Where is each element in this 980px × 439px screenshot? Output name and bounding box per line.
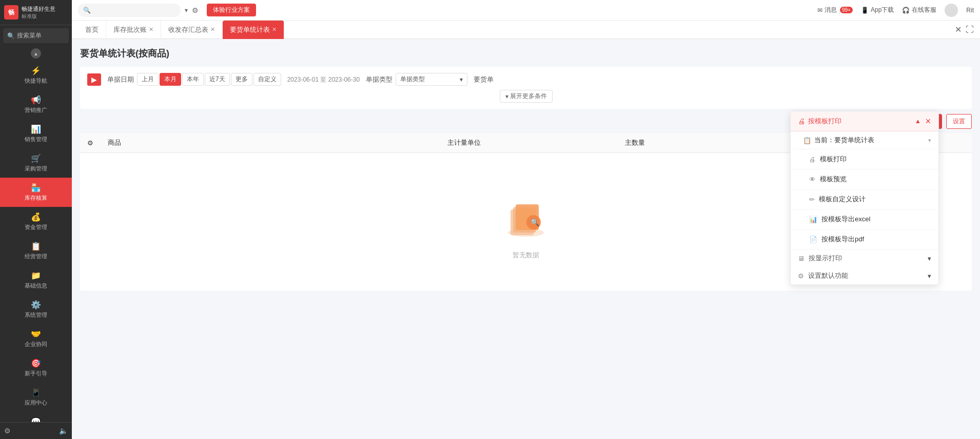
dropdown-header: 🖨 按模板打印 ▲ ✕ <box>791 111 938 131</box>
date-btn-custom[interactable]: 自定义 <box>253 73 281 86</box>
sidebar-item-purchase[interactable]: 🛒采购管理 <box>0 148 72 178</box>
type-filter-item: 单据类型 单据类型 ▾ <box>366 73 467 86</box>
nav-label-quick-nav: 快捷导航 <box>25 77 47 85</box>
template-preview-icon: 👁 <box>809 176 816 183</box>
nav-label-basic: 基础信息 <box>25 282 47 290</box>
sidebar-search-label: 搜索菜单 <box>17 31 42 40</box>
tab-close-order-stats[interactable]: ✕ <box>272 26 277 33</box>
export-pdf-label: 按模板导出pdf <box>821 235 864 244</box>
nav-label-sales: 销售管理 <box>25 136 47 143</box>
tab-batch-account[interactable]: 库存批次账 ✕ <box>106 21 161 39</box>
settings-btn[interactable]: 设置 <box>946 114 972 129</box>
dropdown-item-template-preview[interactable]: 👁 模板预览 <box>791 169 938 189</box>
nav-icon-wechat: 💬 <box>31 417 41 422</box>
nav-icon-sales: 📊 <box>31 124 41 134</box>
sidebar-nav: ▲ ⚡快捷导航📢营销推广📊销售管理🛒采购管理🏪库存核算💰资金管理📋经营管理📁基础… <box>0 46 72 422</box>
sidebar-scroll-up[interactable]: ▲ <box>31 48 41 59</box>
dropdown-item-template-print[interactable]: 🖨 模板打印 <box>791 149 938 169</box>
template-preview-label: 模板预览 <box>820 175 847 184</box>
nav-icon-system: ⚙️ <box>31 300 41 310</box>
tab-receipt-summary[interactable]: 收发存汇总表 ✕ <box>161 21 223 39</box>
message-btn[interactable]: ✉ 消息 99+ <box>817 6 853 14</box>
audio-footer-btn[interactable]: 🔈 <box>59 427 68 435</box>
set-default-section[interactable]: ⚙ 设置默认功能 ▾ <box>791 267 938 284</box>
nav-icon-inventory: 🏪 <box>31 183 41 193</box>
export-pdf-icon: 📄 <box>809 236 817 243</box>
date-btn-this-month[interactable]: 本月 <box>160 73 181 86</box>
date-filter-item: 单据日期 上月 本月 本年 近7天 更多 自定义 <box>107 73 281 86</box>
type-filter-select[interactable]: 单据类型 ▾ <box>396 73 467 86</box>
nav-icon-cooperation: 🤝 <box>31 329 41 339</box>
settings-footer-btn[interactable]: ⚙ <box>4 427 11 435</box>
tab-home[interactable]: 首页 <box>78 21 106 39</box>
sidebar-item-wechat[interactable]: 💬企业微信 <box>0 412 72 422</box>
template-print-dropdown: 🖨 按模板打印 ▲ ✕ 📋 当前：要货单统计表 ▾ 🖨 模板打印 <box>790 111 939 285</box>
topbar-dropdown[interactable]: ▾ <box>185 7 188 14</box>
sidebar-item-marketing[interactable]: 📢营销推广 <box>0 90 72 119</box>
sidebar-item-quick-nav[interactable]: ⚡快捷导航 <box>0 61 72 90</box>
sidebar-item-guide[interactable]: 🎯新手引导 <box>0 353 72 383</box>
display-print-arrow: ▾ <box>928 255 931 262</box>
filter-expand-btn[interactable]: ▾ 展开更多条件 <box>500 90 553 103</box>
expand-label: 展开更多条件 <box>510 92 547 101</box>
type-filter-label: 单据类型 <box>366 75 393 84</box>
set-default-arrow: ▾ <box>928 272 931 280</box>
sidebar-item-inventory[interactable]: 🏪库存核算 <box>0 178 72 207</box>
sidebar-footer: ⚙ 🔈 <box>0 422 72 439</box>
date-btn-more[interactable]: 更多 <box>231 73 252 86</box>
dropdown-item-export-pdf[interactable]: 📄 按模板导出pdf <box>791 230 938 250</box>
tabbar-actions: ✕ ⛶ <box>955 25 974 34</box>
content-area: 要货单统计表(按商品) ▶ 单据日期 上月 本月 本年 近7天 更多 自定义 <box>72 39 980 439</box>
nav-icon-marketing: 📢 <box>31 95 41 105</box>
sidebar-item-finance[interactable]: 💰资金管理 <box>0 207 72 236</box>
date-range-display: 2023-06-01 至 2023-06-30 <box>287 75 360 84</box>
trial-btn[interactable]: 体验行业方案 <box>207 4 256 16</box>
col-settings[interactable]: ⚙ <box>80 139 101 147</box>
nav-label-purchase: 采购管理 <box>25 165 47 173</box>
dropdown-title: 🖨 按模板打印 <box>798 117 841 126</box>
dropdown-close-btn[interactable]: ✕ <box>925 117 931 125</box>
nav-icon-apps: 📱 <box>31 388 41 397</box>
display-print-icon: 🖥 <box>798 255 805 262</box>
display-print-content: 🖥 按显示打印 <box>798 254 842 263</box>
online-service-btn[interactable]: 🎧 在线客服 <box>902 6 936 14</box>
tab-close-receipt-summary[interactable]: ✕ <box>210 26 215 33</box>
sidebar-item-apps[interactable]: 📱应用中心 <box>0 383 72 412</box>
topbar-gear-icon[interactable]: ⚙ <box>192 6 199 14</box>
dropdown-collapse-btn[interactable]: ▲ <box>915 118 921 125</box>
date-btn-7days[interactable]: 近7天 <box>205 73 230 86</box>
date-btn-group: 上月 本月 本年 近7天 更多 自定义 <box>137 73 281 86</box>
app-download-btn[interactable]: 📱 App下载 <box>861 6 894 14</box>
tab-close-btn[interactable]: ✕ <box>955 25 962 34</box>
sidebar-search[interactable]: 🔍 搜索菜单 <box>3 28 69 43</box>
nav-icon-purchase: 🛒 <box>31 154 41 163</box>
nav-label-system: 系统管理 <box>25 311 47 319</box>
tab-order-stats[interactable]: 要货单统计表 ✕ <box>223 21 284 39</box>
tab-close-batch-account[interactable]: ✕ <box>149 26 153 33</box>
sidebar-item-cooperation[interactable]: 🤝企业协同 <box>0 324 72 353</box>
date-btn-this-year[interactable]: 本年 <box>182 73 204 86</box>
col-unit: 主计量单位 <box>440 138 617 147</box>
template-print-icon: 🖨 <box>809 156 816 163</box>
filter-card: ▶ 单据日期 上月 本月 本年 近7天 更多 自定义 2023-0 <box>80 67 972 109</box>
filter-row: ▶ 单据日期 上月 本月 本年 近7天 更多 自定义 2023-0 <box>87 73 965 86</box>
sidebar-item-system[interactable]: ⚙️系统管理 <box>0 295 72 324</box>
tab-expand-btn[interactable]: ⛶ <box>966 25 974 34</box>
nav-label-operations: 经营管理 <box>25 253 47 260</box>
nav-icon-finance: 💰 <box>31 212 41 222</box>
dropdown-item-export-excel[interactable]: 📊 按模板导出excel <box>791 209 938 230</box>
sidebar-item-basic[interactable]: 📁基础信息 <box>0 265 72 295</box>
sidebar-item-sales[interactable]: 📊销售管理 <box>0 119 72 148</box>
sidebar-item-operations[interactable]: 📋经营管理 <box>0 236 72 265</box>
user-avatar[interactable] <box>945 4 958 17</box>
svg-text:🔍: 🔍 <box>531 218 540 227</box>
expand-icon: ▾ <box>505 93 508 100</box>
dropdown-item-template-custom[interactable]: ✏ 模板自定义设计 <box>791 189 938 209</box>
username-label: Rit <box>966 7 974 14</box>
display-print-section[interactable]: 🖥 按显示打印 ▾ <box>791 250 938 267</box>
filter-left-btn[interactable]: ▶ <box>87 73 101 86</box>
topbar-search-bar[interactable]: 🔍 <box>78 4 181 17</box>
date-btn-prev-month[interactable]: 上月 <box>137 73 159 86</box>
current-item-icon: 📋 <box>803 137 811 144</box>
dropdown-header-actions: ▲ ✕ <box>915 117 931 125</box>
